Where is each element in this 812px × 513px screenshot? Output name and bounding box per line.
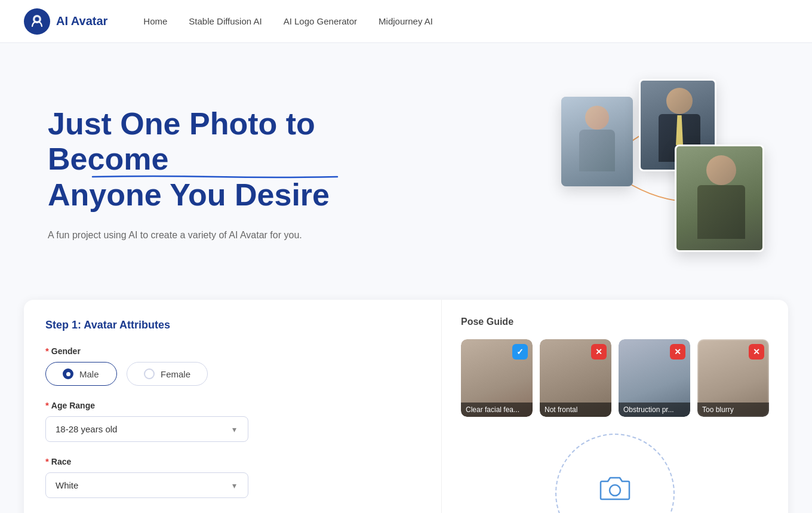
pose-examples-grid: ✓ Clear facial fea... ✕ Not frontal ✕ Ob… <box>461 339 769 417</box>
gender-female-radio <box>144 368 155 379</box>
nav-link-logo-gen[interactable]: AI Logo Generator <box>284 16 357 26</box>
hero-subtitle: A fun project using AI to create a varie… <box>48 228 382 243</box>
svg-point-2 <box>610 485 620 496</box>
step-title: Step 1: Avatar Attributes <box>45 319 420 331</box>
hero-left: Just One Photo to Become Anyone You Desi… <box>48 106 382 243</box>
gender-female-label: Female <box>161 369 190 379</box>
gender-label: * Gender <box>45 346 420 356</box>
nav-link-midjourney[interactable]: Midjourney AI <box>379 16 433 26</box>
pose-example-obstruction: ✕ Obstruction pr... <box>619 339 690 417</box>
pose-example-clear-facial: ✓ Clear facial fea... <box>461 339 533 417</box>
pose-label-4: Too blurry <box>697 403 769 417</box>
race-select-wrapper: White Asian Black Hispanic Other ▾ <box>45 472 420 498</box>
form-card: Step 1: Avatar Attributes * Gender Male … <box>24 300 788 513</box>
gender-female-option[interactable]: Female <box>127 362 208 386</box>
nav-link-home[interactable]: Home <box>143 16 167 26</box>
navbar: AI Avatar Home Stable Diffusion AI AI Lo… <box>0 0 812 43</box>
pose-badge-3: ✕ <box>670 344 685 360</box>
hero-source-photo <box>561 97 633 186</box>
logo-icon <box>24 8 50 35</box>
hero-images <box>525 79 764 270</box>
gender-options: Male Female <box>45 362 420 386</box>
hero-title: Just One Photo to Become Anyone You Desi… <box>48 106 382 213</box>
race-field: * Race White Asian Black Hispanic Other … <box>45 456 420 498</box>
race-select[interactable]: White Asian Black Hispanic Other <box>45 472 248 498</box>
pose-badge-2: ✕ <box>591 344 607 360</box>
gender-male-label: Male <box>79 369 99 379</box>
photo-upload-area[interactable] <box>555 434 675 513</box>
main-content: Step 1: Avatar Attributes * Gender Male … <box>0 300 812 513</box>
pose-label-1: Clear facial fea... <box>461 403 533 417</box>
pose-example-not-frontal: ✕ Not frontal <box>540 339 611 417</box>
pose-label-3: Obstruction pr... <box>619 403 690 417</box>
hero-section: Just One Photo to Become Anyone You Desi… <box>0 43 812 300</box>
pose-example-too-blurry: ✕ Too blurry <box>697 339 769 417</box>
hero-title-line2: Anyone You Desire <box>48 177 330 212</box>
pose-guide-title: Pose Guide <box>461 317 769 327</box>
gender-field: * Gender Male Female <box>45 346 420 386</box>
age-range-select[interactable]: 18-28 years old 29-40 years old 41-55 ye… <box>45 416 248 442</box>
logo-text: AI Avatar <box>56 14 107 28</box>
pose-badge-4: ✕ <box>749 344 764 360</box>
hero-title-line1: Just One Photo to Become <box>48 106 382 178</box>
age-range-label: * Age Range <box>45 400 420 410</box>
race-label: * Race <box>45 456 420 466</box>
age-range-select-wrapper: 18-28 years old 29-40 years old 41-55 ye… <box>45 416 420 442</box>
age-range-field: * Age Range 18-28 years old 29-40 years … <box>45 400 420 442</box>
pose-badge-1: ✓ <box>512 344 528 360</box>
nav-logo[interactable]: AI Avatar <box>24 8 107 35</box>
nav-links: Home Stable Diffusion AI AI Logo Generat… <box>143 16 433 26</box>
nav-link-stable-diffusion[interactable]: Stable Diffusion AI <box>189 16 262 26</box>
gender-male-option[interactable]: Male <box>45 362 117 386</box>
hero-result-photo-2 <box>675 145 764 252</box>
camera-icon <box>598 473 632 509</box>
gender-male-radio <box>63 368 73 379</box>
avatar-attributes-panel: Step 1: Avatar Attributes * Gender Male … <box>24 300 442 513</box>
pose-label-2: Not frontal <box>540 403 611 417</box>
svg-point-1 <box>35 17 39 21</box>
pose-guide-panel: Pose Guide ✓ Clear facial fea... ✕ Not f… <box>442 300 788 513</box>
